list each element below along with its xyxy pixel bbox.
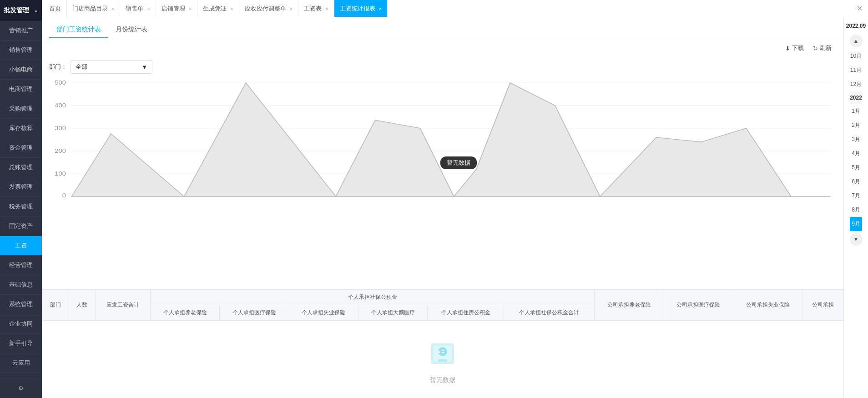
month-item-10[interactable]: 7月	[850, 189, 862, 203]
col-personal-insurance-group: 个人承担社保公积金	[151, 290, 595, 305]
department-filter-label: 部门：	[49, 63, 67, 71]
sidebar-item-库存核算[interactable]: 库存核算	[0, 119, 42, 138]
tab-close-icon-5[interactable]: ×	[290, 6, 293, 11]
sidebar-title: 批发管理	[4, 6, 29, 15]
sidebar-item-经营管理[interactable]: 经营管理	[0, 256, 42, 275]
tab-label-1: 门店商品目录	[72, 5, 108, 13]
sidebar-item-小畅电商[interactable]: 小畅电商	[0, 60, 42, 80]
sidebar-item-销售管理[interactable]: 销售管理	[0, 40, 42, 60]
calendar-title: 2022.09	[846, 21, 866, 33]
sidebar-item-基础信息[interactable]: 基础信息	[0, 275, 42, 295]
tab-0[interactable]: 首页	[44, 0, 67, 17]
svg-rect-16	[438, 359, 447, 362]
tab-label-3: 店铺管理	[161, 5, 185, 13]
sidebar-item-发票管理[interactable]: 发票管理	[0, 177, 42, 197]
col-personal-housing-fund: 个人承担住房公积金	[428, 305, 504, 321]
sidebar-settings-button[interactable]: ⚙	[0, 378, 42, 398]
tab-2[interactable]: 销售单×	[120, 0, 156, 17]
tab-label-0: 首页	[49, 5, 61, 13]
sidebar-item-工资[interactable]: 工资	[0, 236, 42, 256]
sub-tab-1[interactable]: 月份统计表	[108, 22, 155, 38]
month-item-0[interactable]: 10月	[850, 49, 862, 63]
col-personal-medical: 个人承担医疗保险	[220, 305, 289, 321]
sidebar-item-资金管理[interactable]: 资金管理	[0, 138, 42, 158]
sub-tab-0[interactable]: 部门工资统计表	[49, 22, 108, 38]
sidebar-item-电商管理[interactable]: 电商管理	[0, 80, 42, 99]
chevron-down-icon: ▼	[141, 64, 147, 71]
svg-rect-18	[442, 350, 444, 351]
chart-area: 500 400 300 200 100 0 暂无数据	[42, 79, 843, 289]
department-filter-select[interactable]: 全部 ▼	[71, 60, 152, 74]
content-area: 部门工资统计表月份统计表 ⬇ 下载 ↻ 刷新 部门： 全部 ▼	[42, 17, 868, 398]
download-button[interactable]: ⬇ 下载	[781, 42, 808, 55]
empty-text: 暂无数据	[430, 376, 455, 384]
tab-4[interactable]: 生成凭证×	[197, 0, 239, 17]
tab-3[interactable]: 店铺管理×	[156, 0, 197, 17]
sub-tab-bar: 部门工资统计表月份统计表	[42, 17, 843, 38]
refresh-icon: ↻	[813, 45, 818, 52]
tab-close-icon-7[interactable]: ×	[379, 6, 382, 11]
month-item-4[interactable]: 1月	[850, 104, 862, 118]
tab-label-7: 工资统计报表	[340, 5, 375, 13]
tab-label-2: 销售单	[126, 5, 143, 13]
tab-close-icon-6[interactable]: ×	[325, 6, 328, 11]
tab-label-5: 应收应付调整单	[245, 5, 286, 13]
svg-text:500: 500	[55, 80, 66, 86]
month-item-11[interactable]: 8月	[850, 203, 862, 217]
tab-label-6: 工资表	[304, 5, 322, 13]
sidebar-item-新手引导[interactable]: 新手引导	[0, 334, 42, 353]
month-item-2[interactable]: 12月	[850, 77, 862, 91]
calendar-down-btn[interactable]: ▼	[850, 233, 863, 246]
calendar-up-btn[interactable]: ▲	[850, 35, 863, 47]
sidebar-item-总账管理[interactable]: 总账管理	[0, 158, 42, 177]
month-item-3[interactable]: 2022	[850, 91, 862, 104]
tab-5[interactable]: 应收应付调整单×	[239, 0, 298, 17]
sidebar-item-云应用[interactable]: 云应用	[0, 353, 42, 373]
gear-icon: ⚙	[18, 385, 24, 392]
empty-icon	[424, 334, 461, 371]
month-item-6[interactable]: 3月	[850, 132, 862, 146]
month-item-5[interactable]: 2月	[850, 118, 862, 132]
department-filter-value: 全部	[76, 63, 87, 71]
sidebar-header[interactable]: 批发管理 ▲	[0, 0, 42, 21]
sidebar-item-营销推广[interactable]: 营销推广	[0, 21, 42, 40]
download-icon: ⬇	[785, 45, 790, 52]
col-personal-pension: 个人承担养老保险	[151, 305, 220, 321]
col-personal-total: 个人承担社保公积金合计	[504, 305, 595, 321]
sidebar: 批发管理 ▲ 营销推广销售管理小畅电商电商管理采购管理库存核算资金管理总账管理发…	[0, 0, 42, 398]
sidebar-item-固定资产[interactable]: 固定资产	[0, 217, 42, 236]
month-item-1[interactable]: 11月	[850, 63, 862, 77]
col-personal-large-medical: 个人承担大额医疗	[358, 305, 428, 321]
col-headcount: 人数	[69, 290, 96, 321]
sidebar-item-系统管理[interactable]: 系统管理	[0, 295, 42, 314]
month-item-8[interactable]: 5月	[850, 161, 862, 175]
sidebar-item-税务管理[interactable]: 税务管理	[0, 197, 42, 217]
tab-close-icon-3[interactable]: ×	[189, 6, 192, 11]
tab-7[interactable]: 工资统计报表×	[334, 0, 388, 17]
toolbar: ⬇ 下载 ↻ 刷新	[42, 38, 843, 58]
tab-6[interactable]: 工资表×	[298, 0, 334, 17]
sidebar-item-采购管理[interactable]: 采购管理	[0, 99, 42, 119]
month-item-9[interactable]: 6月	[850, 175, 862, 189]
month-item-7[interactable]: 4月	[850, 146, 862, 161]
month-item-12[interactable]: 9月	[850, 217, 862, 231]
tab-1[interactable]: 门店商品目录×	[67, 0, 120, 17]
svg-marker-12	[71, 83, 830, 196]
tab-label-4: 生成凭证	[203, 5, 227, 13]
tab-close-icon-2[interactable]: ×	[147, 6, 150, 11]
table-section: 部门 人数 应发工资合计 个人承担社保公积金 公司承担养老保险 公司承担医疗保险…	[42, 289, 843, 398]
refresh-button[interactable]: ↻ 刷新	[808, 42, 836, 55]
close-all-tabs-button[interactable]: ✕	[853, 4, 866, 13]
tab-close-icon-1[interactable]: ×	[111, 6, 114, 11]
sidebar-item-企业协同[interactable]: 企业协同	[0, 314, 42, 334]
svg-text:400: 400	[55, 102, 66, 108]
svg-text:200: 200	[55, 148, 66, 154]
svg-text:300: 300	[55, 125, 66, 131]
col-company-medical: 公司承担医疗保险	[664, 290, 733, 321]
svg-text:100: 100	[55, 171, 66, 176]
col-total-salary: 应发工资合计	[96, 290, 151, 321]
tab-close-icon-4[interactable]: ×	[230, 6, 233, 11]
svg-rect-19	[442, 352, 444, 353]
col-department: 部门	[42, 290, 69, 321]
col-personal-unemployment: 个人承担失业保险	[289, 305, 358, 321]
